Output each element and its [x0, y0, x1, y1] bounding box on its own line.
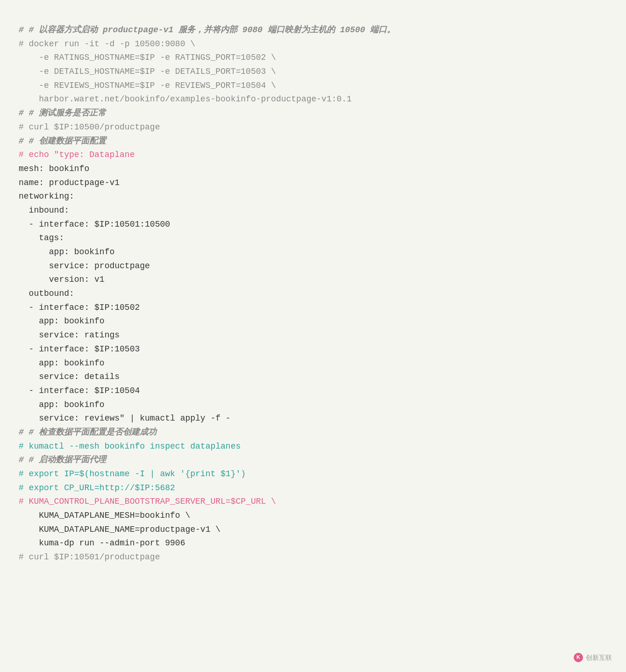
code-line: # # 启动数据平面代理 — [19, 453, 607, 467]
code-line: service: details — [19, 370, 607, 384]
code-line: harbor.waret.net/bookinfo/examples-booki… — [19, 93, 607, 107]
code-line: service: reviews" | kumactl apply -f - — [19, 412, 607, 426]
code-line: app: bookinfo — [19, 398, 607, 412]
code-line: # # 创建数据平面配置 — [19, 135, 607, 149]
code-line: KUMA_DATAPLANE_NAME=productpage-v1 \ — [19, 523, 607, 537]
code-line: service: ratings — [19, 329, 607, 343]
code-line: - interface: $IP:10501:10500 — [19, 218, 607, 232]
code-line: # echo "type: Dataplane — [19, 148, 607, 162]
code-line: # kumactl --mesh bookinfo inspect datapl… — [19, 440, 607, 454]
code-line: KUMA_DATAPLANE_MESH=bookinfo \ — [19, 509, 607, 523]
code-line: # # 检查数据平面配置是否创建成功 — [19, 426, 607, 440]
code-line: app: bookinfo — [19, 245, 607, 259]
code-line: service: productpage — [19, 259, 607, 273]
code-line: - interface: $IP:10503 — [19, 343, 607, 357]
code-line: -e REVIEWS_HOSTNAME=$IP -e REVIEWS_PORT=… — [19, 79, 607, 93]
code-line: # # 以容器方式启动 productpage-v1 服务，并将内部 9080 … — [19, 23, 607, 37]
watermark: K 创新互联 — [574, 652, 612, 663]
watermark-icon: K — [574, 653, 583, 662]
code-line: name: productpage-v1 — [19, 176, 607, 190]
code-line: # docker run -it -d -p 10500:9080 \ — [19, 37, 607, 51]
code-line: # export IP=$(hostname -I | awk '{print … — [19, 467, 607, 481]
code-line: app: bookinfo — [19, 357, 607, 371]
code-line: - interface: $IP:10502 — [19, 301, 607, 315]
code-line: app: bookinfo — [19, 315, 607, 329]
code-line: version: v1 — [19, 273, 607, 287]
code-line: # export CP_URL=http://$IP:5682 — [19, 481, 607, 495]
code-line: outbound: — [19, 287, 607, 301]
code-block: # # 以容器方式启动 productpage-v1 服务，并将内部 9080 … — [19, 14, 607, 574]
code-line: tags: — [19, 231, 607, 245]
watermark-text: 创新互联 — [586, 652, 612, 663]
code-line: # KUMA_CONTROL_PLANE_BOOTSTRAP_SERVER_UR… — [19, 495, 607, 509]
code-line: mesh: bookinfo — [19, 162, 607, 176]
code-line: -e RATINGS_HOSTNAME=$IP -e RATINGS_PORT=… — [19, 51, 607, 65]
code-line: inbound: — [19, 204, 607, 218]
code-line: # # 测试服务是否正常 — [19, 107, 607, 121]
code-line: -e DETAILS_HOSTNAME=$IP -e DETAILS_PORT=… — [19, 65, 607, 79]
code-line: kuma-dp run --admin-port 9906 — [19, 536, 607, 550]
code-line: - interface: $IP:10504 — [19, 384, 607, 398]
code-line: networking: — [19, 190, 607, 204]
code-line: # curl $IP:10501/productpage — [19, 550, 607, 565]
code-line: # curl $IP:10500/productpage — [19, 121, 607, 135]
